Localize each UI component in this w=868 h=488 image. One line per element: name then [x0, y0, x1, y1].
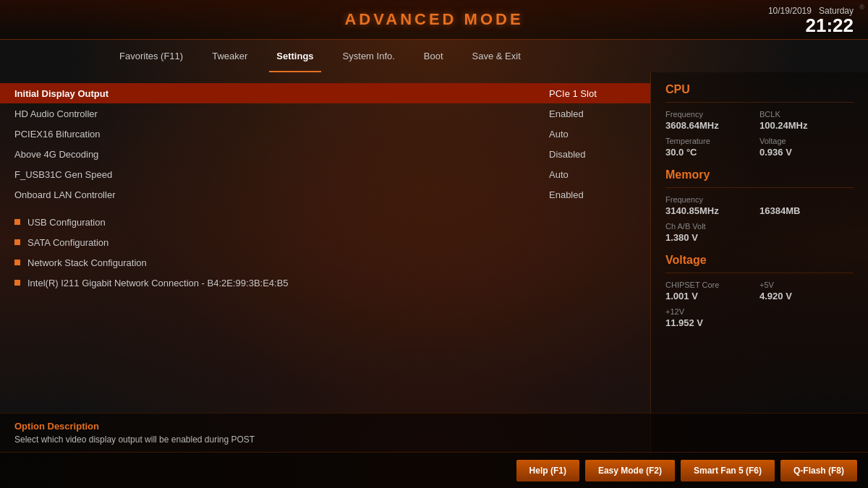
voltage-section: Voltage CHIPSET Core 1.001 V +5V 4.920 V… — [665, 254, 854, 328]
voltage-12v-value: 11.952 V — [665, 317, 854, 328]
cpu-frequency-value: 3608.64MHz — [665, 120, 760, 131]
copyright-symbol: ® — [859, 4, 864, 11]
cpu-freq-row: Frequency 3608.64MHz BCLK 100.24MHz — [665, 110, 854, 131]
setting-value: PCIe 1 Slot — [549, 88, 636, 99]
cpu-title: CPU — [665, 83, 854, 96]
setting-row-onboard-lan[interactable]: Onboard LAN Controller Enabled — [14, 184, 636, 205]
nav-item-favorites[interactable]: Favorites (F11) — [105, 40, 197, 72]
datetime-display: 10/19/2019 Saturday 21:22 — [768, 6, 854, 35]
memory-freq-col: Frequency 3140.85MHz — [665, 195, 760, 216]
nav-item-settings[interactable]: Settings — [262, 40, 328, 72]
cpu-frequency-col: Frequency 3608.64MHz — [665, 110, 760, 131]
setting-row-initial-display[interactable]: Initial Display Output PCIe 1 Slot — [0, 83, 650, 103]
memory-chvolt-col: Ch A/B Volt 1.380 V — [665, 222, 854, 243]
description-text: Select which video display output will b… — [14, 435, 854, 445]
memory-chvolt-value: 1.380 V — [665, 232, 854, 243]
bullet-icon — [14, 260, 20, 265]
setting-value: Auto — [549, 129, 636, 140]
memory-freq-value: 3140.85MHz — [665, 205, 760, 216]
submenu-label: SATA Configuration — [27, 237, 109, 248]
cpu-volt-label: Voltage — [760, 137, 854, 145]
nav-item-tweaker[interactable]: Tweaker — [197, 40, 262, 72]
bullet-icon — [14, 239, 20, 245]
voltage-5v-value: 4.920 V — [760, 291, 854, 301]
memory-chvolt-row: Ch A/B Volt 1.380 V — [665, 222, 854, 243]
description-title: Option Description — [14, 421, 854, 432]
submenu-network-stack[interactable]: Network Stack Configuration — [14, 252, 636, 273]
memory-freq-row: Frequency 3140.85MHz 16384MB — [665, 195, 854, 216]
memory-title: Memory — [665, 168, 854, 181]
cpu-bclk-value: 100.24MHz — [760, 120, 854, 131]
cpu-temp-value: 30.0 °C — [665, 147, 760, 158]
page-title: ADVANCED MODE — [344, 10, 523, 29]
setting-name: Above 4G Decoding — [14, 149, 549, 160]
nav-item-save-exit[interactable]: Save & Exit — [458, 40, 535, 72]
setting-row-above4g[interactable]: Above 4G Decoding Disabled — [14, 144, 636, 164]
header: ® ADVANCED MODE 10/19/2019 Saturday 21:2… — [0, 0, 868, 40]
cpu-bclk-col: BCLK 100.24MHz — [760, 110, 854, 131]
footer: Help (F1) Easy Mode (F2) Smart Fan 5 (F6… — [0, 452, 868, 488]
voltage-12v-label: +12V — [665, 307, 854, 316]
voltage-title: Voltage — [665, 254, 854, 267]
memory-chvolt-label: Ch A/B Volt — [665, 222, 854, 231]
nav-item-boot[interactable]: Boot — [409, 40, 458, 72]
settings-list: Initial Display Output PCIe 1 Slot HD Au… — [14, 83, 636, 205]
submenu-usb-config[interactable]: USB Configuration — [14, 212, 636, 232]
help-button[interactable]: Help (F1) — [516, 460, 579, 481]
memory-size-value: 16384MB — [760, 205, 854, 216]
cpu-temp-row: Temperature 30.0 °C Voltage 0.936 V — [665, 137, 854, 158]
memory-size-label — [760, 195, 854, 204]
right-panel: CPU Frequency 3608.64MHz BCLK 100.24MHz … — [651, 72, 868, 452]
left-panel: Initial Display Output PCIe 1 Slot HD Au… — [0, 72, 651, 452]
cpu-volt-value: 0.936 V — [760, 147, 854, 158]
cpu-bclk-label: BCLK — [760, 110, 854, 119]
voltage-12v-col: +12V 11.952 V — [665, 307, 854, 328]
setting-name: Onboard LAN Controller — [14, 189, 549, 200]
voltage-5v-col: +5V 4.920 V — [760, 281, 854, 301]
memory-divider — [665, 187, 854, 188]
cpu-divider — [665, 102, 854, 103]
submenu-intel-nic[interactable]: Intel(R) I211 Gigabit Network Connection… — [14, 273, 636, 293]
cpu-temp-col: Temperature 30.0 °C — [665, 137, 760, 158]
submenu-label: USB Configuration — [27, 217, 106, 228]
cpu-volt-col: Voltage 0.936 V — [760, 137, 854, 158]
voltage-chipset-row: CHIPSET Core 1.001 V +5V 4.920 V — [665, 281, 854, 301]
qflash-button[interactable]: Q-Flash (F8) — [780, 460, 857, 481]
voltage-chipset-col: CHIPSET Core 1.001 V — [665, 281, 760, 301]
easy-mode-button[interactable]: Easy Mode (F2) — [585, 460, 675, 481]
memory-section: Memory Frequency 3140.85MHz 16384MB Ch A… — [665, 168, 854, 243]
setting-value: Disabled — [549, 149, 636, 160]
setting-name: HD Audio Controller — [14, 108, 549, 119]
cpu-section: CPU Frequency 3608.64MHz BCLK 100.24MHz … — [665, 83, 854, 158]
submenu-section: USB Configuration SATA Configuration Net… — [14, 212, 636, 293]
smart-fan-button[interactable]: Smart Fan 5 (F6) — [681, 460, 775, 481]
memory-freq-label: Frequency — [665, 195, 760, 204]
main-content: Initial Display Output PCIe 1 Slot HD Au… — [0, 72, 868, 452]
voltage-5v-label: +5V — [760, 281, 854, 289]
setting-name: Initial Display Output — [14, 88, 549, 99]
voltage-divider — [665, 273, 854, 273]
submenu-label: Network Stack Configuration — [27, 257, 147, 268]
nav-item-sysinfo[interactable]: System Info. — [328, 40, 409, 72]
setting-row-usb31c[interactable]: F_USB31C Gen Speed Auto — [14, 164, 636, 184]
setting-value: Enabled — [549, 108, 636, 119]
setting-name: F_USB31C Gen Speed — [14, 169, 549, 180]
memory-size-col: 16384MB — [760, 195, 854, 216]
submenu-label: Intel(R) I211 Gigabit Network Connection… — [27, 278, 289, 288]
voltage-12v-row: +12V 11.952 V — [665, 307, 854, 328]
setting-value: Enabled — [549, 189, 636, 200]
submenu-sata-config[interactable]: SATA Configuration — [14, 232, 636, 252]
setting-value: Auto — [549, 169, 636, 180]
bullet-icon — [14, 219, 20, 225]
option-description: Option Description Select which video di… — [0, 413, 868, 452]
setting-row-pciex16[interactable]: PCIEX16 Bifurcation Auto — [14, 124, 636, 144]
time-display: 21:22 — [768, 16, 854, 35]
cpu-frequency-label: Frequency — [665, 110, 760, 119]
cpu-temp-label: Temperature — [665, 137, 760, 145]
voltage-chipset-label: CHIPSET Core — [665, 281, 760, 289]
bullet-icon — [14, 280, 20, 286]
setting-row-hd-audio[interactable]: HD Audio Controller Enabled — [14, 103, 636, 124]
setting-name: PCIEX16 Bifurcation — [14, 129, 549, 140]
voltage-chipset-value: 1.001 V — [665, 291, 760, 301]
